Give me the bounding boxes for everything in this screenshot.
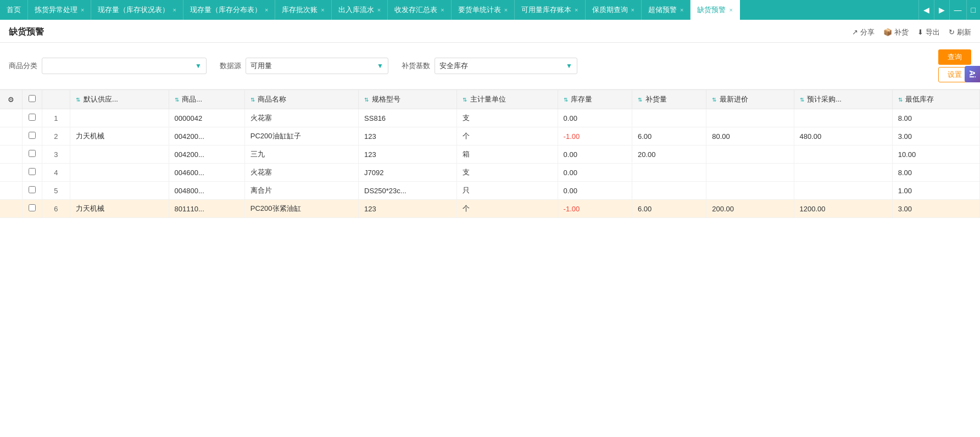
th-row-num (42, 90, 70, 109)
share-button[interactable]: ↗ 分享 (852, 27, 875, 37)
row-checkbox-cell[interactable] (22, 182, 42, 200)
table-row: 4 004600... 火花塞 J7092 支 0.00 8.00 (0, 164, 980, 182)
th-unit[interactable]: ⇅ 主计量单位 (457, 90, 558, 109)
sort-icon: ⇅ (564, 97, 568, 103)
tab-demand-stats[interactable]: 要货单统计表 × (452, 0, 515, 20)
row-checkbox-cell[interactable] (22, 127, 42, 145)
th-supplier[interactable]: ⇅ 默认供应... (70, 90, 169, 109)
category-select[interactable]: ▼ (42, 58, 207, 74)
tab-picking-exception[interactable]: 拣货异常处理 × (28, 0, 91, 20)
tab-inventory-distribution[interactable]: 现存量（库存分布表） × (183, 0, 275, 20)
row-name: 三九 (244, 145, 358, 164)
select-all-th[interactable] (22, 90, 42, 109)
sort-icon: ⇅ (250, 97, 255, 103)
tab-close-icon[interactable]: × (377, 7, 381, 13)
row-checkbox[interactable] (29, 186, 36, 193)
tab-close-icon[interactable]: × (81, 7, 84, 13)
tab-close-icon[interactable]: × (172, 7, 176, 13)
tab-close-icon[interactable]: × (441, 7, 444, 13)
tab-prev-button[interactable]: ◀ (918, 0, 934, 20)
export-button[interactable]: ⬇ 导出 (917, 27, 940, 37)
th-spec[interactable]: ⇅ 规格型号 (359, 90, 457, 109)
row-gear-cell (0, 182, 22, 200)
tab-receipt-summary[interactable]: 收发存汇总表 × (388, 0, 451, 20)
tab-overstock[interactable]: 超储预警 × (642, 0, 691, 20)
row-latest-price: 80.00 (706, 127, 794, 145)
th-min-stock[interactable]: ⇅ 最低库存 (892, 90, 979, 109)
table-row: 5 004800... 离合片 DS250*23c... 只 0.00 1.00 (0, 182, 980, 200)
row-supplier (70, 164, 169, 182)
sort-icon: ⇅ (638, 97, 642, 103)
tab-batch-account[interactable]: 库存批次账 × (275, 0, 331, 20)
replenish-base-filter-group: 补货基数 安全库存 ▼ (402, 58, 577, 74)
row-code: 004200... (169, 145, 244, 164)
row-replenish (632, 182, 706, 200)
row-min-stock: 3.00 (892, 200, 979, 218)
row-checkbox[interactable] (29, 204, 36, 211)
tab-close-icon[interactable]: × (680, 7, 683, 13)
table-row: 1 0000042 火花塞 SS816 支 0.00 8.00 (0, 109, 980, 127)
tab-shortage[interactable]: 缺货预警 × (691, 0, 739, 20)
row-gear-cell (0, 109, 22, 127)
tab-inout-flow[interactable]: 出入库流水 × (332, 0, 388, 20)
row-unit: 个 (457, 200, 558, 218)
row-checkbox-cell[interactable] (22, 145, 42, 164)
th-name[interactable]: ⇅ 商品名称 (244, 90, 358, 109)
row-min-stock: 10.00 (892, 145, 979, 164)
table-header-row: ⚙ ⇅ 默认供应... ⇅ 商品... ⇅ 商品名称 (0, 90, 980, 109)
tab-close-icon[interactable]: × (504, 7, 508, 13)
tab-close-icon[interactable]: × (321, 7, 324, 13)
row-checkbox-cell[interactable] (22, 109, 42, 127)
tab-maximize-button[interactable]: □ (966, 0, 980, 20)
tab-close-icon[interactable]: × (631, 7, 634, 13)
tab-home[interactable]: 首页 (0, 0, 28, 20)
replenish-button[interactable]: 📦 补货 (883, 27, 909, 37)
query-button[interactable]: 查询 (938, 49, 971, 65)
tab-expiry-query[interactable]: 保质期查询 × (586, 0, 642, 20)
tab-close-icon[interactable]: × (729, 7, 732, 13)
select-all-checkbox[interactable] (29, 95, 36, 102)
tab-minimize-button[interactable]: — (949, 0, 966, 20)
header-actions: ↗ 分享 📦 补货 ⬇ 导出 ↻ 刷新 (852, 27, 971, 37)
row-checkbox[interactable] (29, 132, 36, 139)
th-stock[interactable]: ⇅ 库存量 (558, 90, 632, 109)
page-title: 缺货预警 (9, 26, 44, 38)
th-replenish[interactable]: ⇅ 补货量 (632, 90, 706, 109)
gear-settings-th[interactable]: ⚙ (0, 90, 22, 109)
refresh-button[interactable]: ↻ 刷新 (949, 27, 971, 37)
th-code[interactable]: ⇅ 商品... (169, 90, 244, 109)
row-replenish (632, 109, 706, 127)
row-latest-price: 200.00 (706, 200, 794, 218)
row-checkbox[interactable] (29, 114, 36, 121)
row-supplier (70, 182, 169, 200)
tab-close-icon[interactable]: × (575, 7, 578, 13)
row-code: 004200... (169, 127, 244, 145)
row-latest-price (706, 182, 794, 200)
datasource-select[interactable]: 可用量 ▼ (246, 58, 388, 74)
filter-bar: 商品分类 ▼ 数据源 可用量 ▼ 补货基数 安全库存 ▼ 查询 设置 (0, 43, 980, 89)
tab-inventory-status[interactable]: 现存量（库存状况表） × (91, 0, 183, 20)
row-number: 5 (42, 182, 70, 200)
tab-close-icon[interactable]: × (265, 7, 268, 13)
row-min-stock: 8.00 (892, 109, 979, 127)
ai-assistant-button[interactable]: Ai (965, 66, 980, 82)
category-filter-group: 商品分类 ▼ (9, 58, 207, 74)
row-min-stock: 3.00 (892, 127, 979, 145)
table-body: 1 0000042 火花塞 SS816 支 0.00 8.00 2 力天机械 0… (0, 109, 980, 218)
table-container: ⚙ ⇅ 默认供应... ⇅ 商品... ⇅ 商品名称 (0, 89, 980, 218)
row-checkbox-cell[interactable] (22, 164, 42, 182)
row-checkbox-cell[interactable] (22, 200, 42, 218)
tab-next-button[interactable]: ▶ (934, 0, 949, 20)
sort-icon: ⇅ (800, 97, 804, 103)
row-checkbox[interactable] (29, 168, 36, 175)
row-latest-price (706, 145, 794, 164)
row-checkbox[interactable] (29, 150, 36, 157)
export-icon: ⬇ (917, 28, 923, 36)
th-est-purchase[interactable]: ⇅ 预计采购... (794, 90, 892, 109)
row-latest-price (706, 109, 794, 127)
row-number: 4 (42, 164, 70, 182)
tab-available-ledger[interactable]: 可用量库存账本 × (515, 0, 585, 20)
th-latest-price[interactable]: ⇅ 最新进价 (706, 90, 794, 109)
replenish-base-select[interactable]: 安全库存 ▼ (435, 58, 577, 74)
sort-icon: ⇅ (712, 97, 716, 103)
